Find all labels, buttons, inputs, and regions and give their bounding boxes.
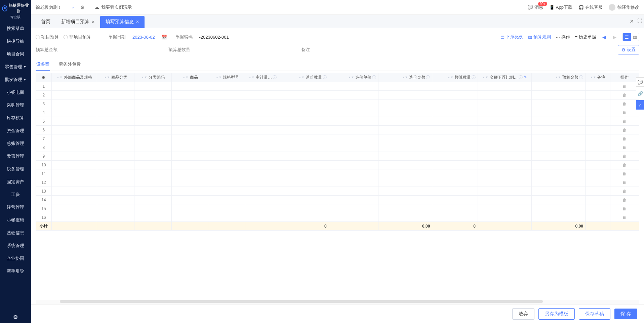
delete-icon[interactable]: 🗑 <box>622 163 627 167</box>
sort-icon[interactable]: ▲▼ <box>104 77 110 78</box>
support-button[interactable]: 🎧 在线客服 <box>578 4 603 10</box>
sidebar-item[interactable]: 小畅报销 <box>0 214 31 227</box>
delete-icon[interactable]: 🗑 <box>622 180 627 185</box>
discard-button[interactable]: 放弃 <box>512 308 534 320</box>
row-number[interactable]: 13 <box>36 187 52 196</box>
user-menu[interactable]: 徐泽华修改 <box>609 4 639 11</box>
column-header[interactable]: ▲▼分类编码 <box>134 73 172 82</box>
table-row[interactable]: 6🗑 <box>36 126 639 134</box>
sidebar-item[interactable]: 企业协同 <box>0 252 31 265</box>
sidebar-item[interactable]: 固定资产 <box>0 175 31 188</box>
row-number[interactable]: 2 <box>36 91 52 99</box>
column-header[interactable]: ▲▼主计量…ⓘ <box>246 73 279 82</box>
subtab[interactable]: 劳务外包费 <box>58 58 81 71</box>
delete-icon[interactable]: 🗑 <box>622 93 627 97</box>
summary-amount-input[interactable] <box>61 50 155 50</box>
delete-icon[interactable]: 🗑 <box>622 198 627 202</box>
table-row[interactable]: 8🗑 <box>36 143 639 152</box>
summary-qty-input[interactable] <box>194 50 288 50</box>
column-header[interactable]: ▲▼预算数量ⓘ <box>432 73 478 82</box>
delete-icon[interactable]: 🗑 <box>622 189 627 194</box>
table-row[interactable]: 2🗑 <box>36 91 639 99</box>
sidebar-item[interactable]: 新手引导 <box>0 265 31 278</box>
sort-icon[interactable]: ▲▼ <box>402 77 408 78</box>
table-row[interactable]: 13🗑 <box>36 187 639 196</box>
demo-link[interactable]: ☁ 我要看实例演示 <box>95 4 132 10</box>
table-row[interactable]: 9🗑 <box>36 152 639 161</box>
tool-budget-rules[interactable]: ▦ 预算规则 <box>528 34 551 40</box>
sidebar-item[interactable]: 零售管理▼ <box>0 60 31 73</box>
delete-icon[interactable]: 🗑 <box>622 119 627 124</box>
row-number[interactable]: 11 <box>36 169 52 178</box>
radio-project-budget[interactable]: 项目预算 <box>36 34 59 40</box>
sort-icon[interactable]: ▲▼ <box>183 77 189 78</box>
column-header[interactable]: ⚙ <box>36 73 52 82</box>
table-row[interactable]: 1🗑 <box>36 82 639 91</box>
sidebar-item[interactable]: 税务管理 <box>0 163 31 175</box>
column-header[interactable]: ▲▼商品 <box>171 73 209 82</box>
table-row[interactable]: 7🗑 <box>36 134 639 143</box>
rail-chat-icon[interactable]: 💬 <box>636 77 644 87</box>
column-header[interactable]: ▲▼外部商品及规格 <box>51 73 97 82</box>
save-draft-button[interactable]: 保存草稿 <box>579 308 610 320</box>
sort-icon[interactable]: ▲▼ <box>447 77 453 78</box>
gear-icon[interactable]: ⚙ <box>42 75 45 80</box>
table-row[interactable]: 14🗑 <box>36 196 639 204</box>
info-icon[interactable]: ⓘ <box>579 75 583 80</box>
tool-history[interactable]: ≡ 历史单据 <box>575 34 596 40</box>
column-header[interactable]: ▲▼商品分类 <box>97 73 134 82</box>
column-header[interactable]: ▲▼规格型号 <box>209 73 246 82</box>
row-number[interactable]: 5 <box>36 117 52 126</box>
close-icon[interactable]: ✕ <box>136 19 139 24</box>
row-number[interactable]: 1 <box>36 82 52 91</box>
view-list-icon[interactable]: ☰ <box>623 33 631 41</box>
row-number[interactable]: 14 <box>36 196 52 204</box>
rail-expand-icon[interactable]: ⤢ <box>636 100 644 110</box>
column-header[interactable]: ▲▼造价金额ⓘ <box>378 73 432 82</box>
table-row[interactable]: 10🗑 <box>36 161 639 169</box>
table-wrap[interactable]: ⚙▲▼外部商品及规格▲▼商品分类▲▼分类编码▲▼商品▲▼规格型号▲▼主计量…ⓘ▲… <box>36 73 639 300</box>
radio-non-project-budget[interactable]: 非项目预算 <box>64 34 91 40</box>
delete-icon[interactable]: 🗑 <box>622 171 627 176</box>
view-grid-icon[interactable]: ▦ <box>631 33 639 41</box>
delete-icon[interactable]: 🗑 <box>622 102 627 106</box>
row-number[interactable]: 16 <box>36 213 52 222</box>
tab[interactable]: 新增项目预算✕ <box>56 16 100 28</box>
sidebar-item[interactable]: 资金管理 <box>0 124 31 137</box>
summary-remark-input[interactable] <box>313 50 407 50</box>
save-template-button[interactable]: 另存为模板 <box>538 308 575 320</box>
edit-icon[interactable]: ✎ <box>524 75 527 80</box>
sort-icon[interactable]: ▲▼ <box>141 77 147 78</box>
sidebar-item[interactable]: 项目合同 <box>0 48 31 60</box>
delete-icon[interactable]: 🗑 <box>622 154 627 159</box>
tool-float-ratio[interactable]: ▤ 下浮比例 <box>500 34 523 40</box>
sidebar-item[interactable]: 基础信息 <box>0 227 31 239</box>
calendar-icon[interactable]: 📅 <box>162 35 167 40</box>
column-header[interactable]: ▲▼预算金额ⓘ <box>531 73 585 82</box>
delete-icon[interactable]: 🗑 <box>622 215 627 220</box>
close-icon[interactable]: ✕ <box>91 19 95 24</box>
sort-icon[interactable]: ▲▼ <box>298 77 305 78</box>
tabs-close-button[interactable]: ✕ <box>630 18 634 25</box>
column-header[interactable]: ▲▼造价数量ⓘ <box>279 73 329 82</box>
sidebar-item[interactable]: 工资 <box>0 188 31 201</box>
sidebar-item[interactable]: 批发管理▼ <box>0 73 31 86</box>
delete-icon[interactable]: 🗑 <box>622 206 627 211</box>
delete-icon[interactable]: 🗑 <box>622 128 627 132</box>
info-icon[interactable]: ⓘ <box>372 75 376 80</box>
org-settings-icon[interactable]: ⚙ <box>80 5 85 10</box>
row-number[interactable]: 8 <box>36 143 52 152</box>
sidebar-item[interactable]: 总账管理 <box>0 137 31 150</box>
sort-icon[interactable]: ▲▼ <box>555 77 561 78</box>
delete-icon[interactable]: 🗑 <box>622 84 627 89</box>
org-selector[interactable]: 徐老板勿删！ ⌄ ⚙ <box>36 4 85 10</box>
tool-actions[interactable]: ⋯ 操作 <box>556 34 570 40</box>
tab[interactable]: 填写预算信息✕ <box>100 16 145 28</box>
row-number[interactable]: 3 <box>36 99 52 108</box>
table-row[interactable]: 3🗑 <box>36 99 639 108</box>
sidebar-item[interactable]: 小畅电商 <box>0 86 31 99</box>
table-row[interactable]: 5🗑 <box>36 117 639 126</box>
sidebar-item[interactable]: 发票管理 <box>0 150 31 163</box>
row-number[interactable]: 6 <box>36 126 52 134</box>
subtab[interactable]: 设备费 <box>36 58 50 71</box>
